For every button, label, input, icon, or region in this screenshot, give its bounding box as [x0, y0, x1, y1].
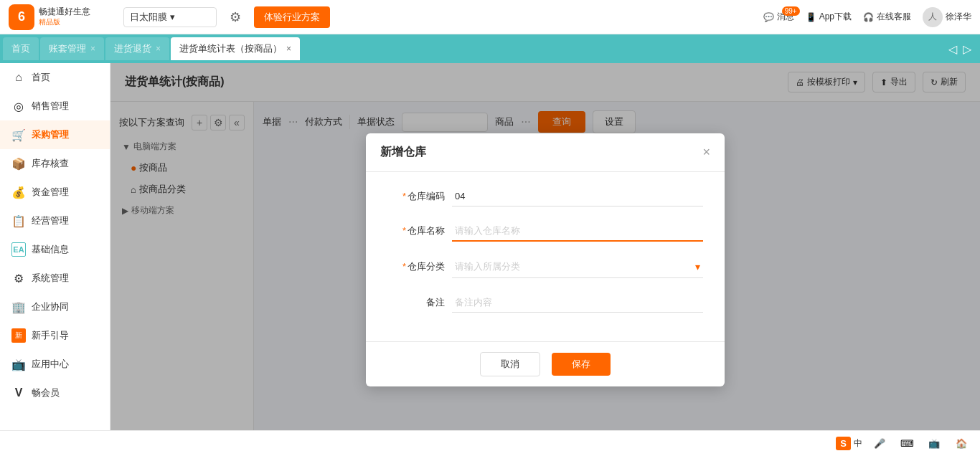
sidebar-item-enterprise[interactable]: 🏢 企业协同: [0, 293, 110, 321]
tab-home[interactable]: 首页: [3, 37, 39, 60]
category-arrow-icon: ▾: [695, 261, 700, 272]
user-profile[interactable]: 人 徐泽华: [923, 7, 971, 27]
add-warehouse-modal: 新增仓库 × *仓库编码 *仓库名称: [366, 133, 725, 386]
settings-icon[interactable]: ⚙: [224, 6, 247, 29]
tab-next-icon[interactable]: ▷: [963, 42, 971, 56]
category-placeholder: 请输入所属分类: [455, 260, 520, 273]
modal-title: 新增仓库: [380, 145, 426, 160]
logo-area: 6 畅捷通好生意 精品版: [9, 4, 116, 30]
online-service-button[interactable]: 🎧 在线客服: [863, 11, 911, 23]
sidebar-label-guide: 新手引导: [32, 329, 69, 342]
sidebar-label-basic: 基础信息: [32, 243, 69, 256]
store-selector[interactable]: 日太阳膜 ▾: [123, 7, 217, 27]
sidebar-label-system: 系统管理: [32, 272, 69, 285]
tab-bar: 首页 账套管理 × 进货退货 × 进货单统计表（按商品） × ◁ ▷: [0, 34, 980, 63]
modal-overlay: 新增仓库 × *仓库编码 *仓库名称: [110, 63, 980, 456]
sidebar-label-inventory: 库存核查: [32, 157, 69, 170]
code-label: *仓库编码: [387, 190, 445, 203]
tab-purchase-return[interactable]: 进货退货 ×: [105, 37, 169, 60]
bottom-bar: S 中 🎤 ⌨ 📺 🏠: [0, 430, 980, 456]
modal-body: *仓库编码 *仓库名称 *仓库分类: [366, 172, 725, 341]
cancel-button[interactable]: 取消: [480, 352, 540, 376]
logo-name: 畅捷通好生意: [39, 6, 90, 18]
app-download-button[interactable]: 📱 App下载: [806, 11, 852, 23]
top-header: 6 畅捷通好生意 精品版 日太阳膜 ▾ ⚙ 体验行业方案 💬 消息 99+ 📱 …: [0, 0, 980, 34]
headset-icon: 🎧: [863, 12, 874, 22]
operation-icon: 📋: [11, 214, 26, 228]
form-row-code: *仓库编码: [387, 186, 703, 206]
sidebar-item-appcenter[interactable]: 📺 应用中心: [0, 350, 110, 379]
sidebar-item-sales[interactable]: ◎ 销售管理: [0, 92, 110, 120]
content-area: 进货单统计(按商品) 🖨 按模板打印 ▾ ⬆ 导出 ↻ 刷新: [110, 63, 980, 456]
user-name: 徐泽华: [946, 11, 971, 23]
code-input[interactable]: [452, 186, 703, 206]
home-icon: ⌂: [11, 70, 26, 85]
appcenter-icon: 📺: [11, 357, 26, 371]
store-name: 日太阳膜: [130, 11, 167, 24]
sidebar-item-guide[interactable]: 新 新手引导: [0, 321, 110, 350]
finance-icon: 💰: [11, 185, 26, 199]
name-label: *仓库名称: [387, 224, 445, 237]
sidebar-item-finance[interactable]: 💰 资金管理: [0, 178, 110, 206]
category-select[interactable]: 请输入所属分类 ▾: [452, 256, 703, 278]
sidebar-label-sales: 销售管理: [32, 100, 69, 113]
save-button[interactable]: 保存: [552, 353, 611, 376]
sidebar-label-finance: 资金管理: [32, 186, 69, 199]
message-badge: 99+: [782, 6, 800, 16]
keyboard-icon[interactable]: ⌨: [897, 434, 917, 454]
tab-prev-icon[interactable]: ◁: [948, 42, 957, 56]
tab-close-account[interactable]: ×: [90, 44, 95, 54]
sidebar-item-purchase[interactable]: 🛒 采购管理: [0, 120, 110, 149]
sidebar: ⌂ 首页 ◎ 销售管理 🛒 采购管理 📦 库存核查 💰 资金管理 📋 经营管理 …: [0, 63, 110, 456]
sidebar-item-basic[interactable]: EA 基础信息: [0, 235, 110, 264]
tab-close-stat[interactable]: ×: [286, 44, 291, 54]
system-icon: ⚙: [11, 271, 26, 285]
sidebar-item-inventory[interactable]: 📦 库存核查: [0, 149, 110, 178]
tab-account[interactable]: 账套管理 ×: [40, 37, 104, 60]
avatar: 人: [923, 7, 943, 27]
modal-footer: 取消 保存: [366, 341, 725, 386]
modal-header: 新增仓库 ×: [366, 133, 725, 172]
enterprise-icon: 🏢: [11, 300, 26, 314]
note-label: 备注: [387, 296, 445, 309]
form-row-note: 备注: [387, 293, 703, 313]
trial-button[interactable]: 体验行业方案: [254, 6, 330, 28]
microphone-icon[interactable]: 🎤: [870, 434, 890, 454]
main-layout: ⌂ 首页 ◎ 销售管理 🛒 采购管理 📦 库存核查 💰 资金管理 📋 经营管理 …: [0, 63, 980, 456]
logo-icon: 6: [9, 4, 34, 30]
sidebar-item-home[interactable]: ⌂ 首页: [0, 63, 110, 92]
sidebar-item-system[interactable]: ⚙ 系统管理: [0, 264, 110, 293]
sidebar-label-operation: 经营管理: [32, 214, 69, 227]
sidebar-label-appcenter: 应用中心: [32, 358, 69, 371]
inventory-icon: 📦: [11, 156, 26, 171]
home-bottom-icon[interactable]: 🏠: [951, 434, 971, 454]
purchase-icon: 🛒: [11, 128, 26, 142]
sales-icon: ◎: [11, 99, 26, 113]
sidebar-label-enterprise: 企业协同: [32, 300, 69, 313]
sidebar-item-vip[interactable]: V 畅会员: [0, 379, 110, 407]
phone-icon: 📱: [806, 12, 816, 22]
tab-close-return[interactable]: ×: [156, 44, 161, 54]
note-input[interactable]: [452, 293, 703, 313]
screen-icon[interactable]: 📺: [924, 434, 944, 454]
tab-bar-controls: ◁ ▷: [948, 42, 977, 56]
category-label: *仓库分类: [387, 260, 445, 273]
sidebar-label-home: 首页: [32, 71, 50, 84]
header-right: 💬 消息 99+ 📱 App下载 🎧 在线客服 人 徐泽华: [763, 7, 971, 27]
modal-close-button[interactable]: ×: [702, 145, 710, 160]
basic-icon: EA: [11, 242, 26, 257]
message-icon: 💬: [763, 12, 774, 22]
logo-sub: 精品版: [39, 17, 90, 27]
tab-purchase-stat[interactable]: 进货单统计表（按商品） ×: [171, 37, 300, 60]
store-dropdown-icon: ▾: [170, 11, 175, 22]
name-input[interactable]: [452, 221, 703, 242]
sidebar-label-vip: 畅会员: [32, 386, 60, 399]
form-row-name: *仓库名称: [387, 221, 703, 242]
guide-icon: 新: [11, 328, 26, 343]
sidebar-label-purchase: 采购管理: [32, 128, 69, 141]
messages-button[interactable]: 💬 消息 99+: [763, 11, 794, 23]
vip-icon: V: [11, 386, 26, 400]
sidebar-item-operation[interactable]: 📋 经营管理: [0, 206, 110, 235]
brand-icon: S 中: [836, 437, 862, 450]
form-row-category: *仓库分类 请输入所属分类 ▾: [387, 256, 703, 278]
